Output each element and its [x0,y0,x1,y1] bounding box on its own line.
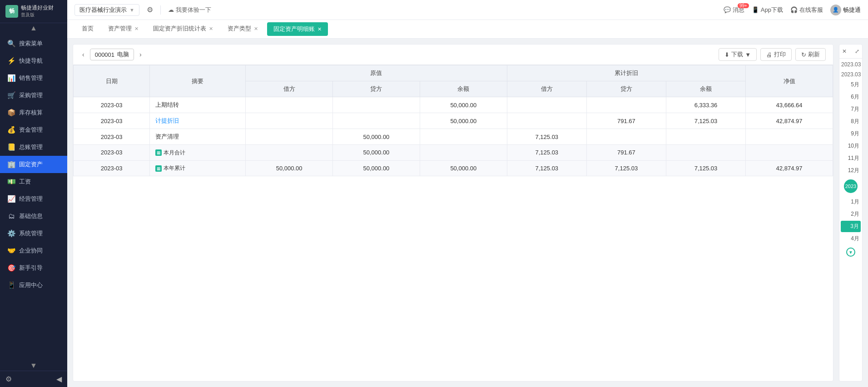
tab-home[interactable]: 首页 [74,20,101,38]
month-item-4[interactable]: 4月 [839,233,862,245]
refresh-btn[interactable]: ↻ 刷新 [795,48,826,61]
operations-icon: 📈 [7,195,15,203]
sidebar-scroll-down[interactable]: ▼ [0,361,67,371]
month-item-2[interactable]: 2月 [839,208,862,220]
baseinfo-icon: 🗂 [7,212,15,220]
topbar-divider [160,5,161,15]
month-item-1[interactable]: 1月 [839,196,862,208]
topbar-settings-icon[interactable]: ⚙ [147,5,153,14]
print-btn[interactable]: 🖨 打印 [760,48,792,61]
sidebar-item-label: 资金管理 [19,126,43,134]
td-net-value [746,129,833,145]
sidebar-item-purchase[interactable]: 🛒 采购管理 [0,87,67,104]
tab-asset-type[interactable]: 资产类型 ✕ [220,20,265,38]
close-right-panel-icon[interactable]: ✕ [841,47,848,55]
app-download-btn[interactable]: 📱 App下载 [752,6,783,14]
print-label: 打印 [774,50,786,59]
sidebar-scroll-up[interactable]: ▲ [0,23,67,33]
month-item-7[interactable]: 7月 [839,103,862,115]
th-accumulated-dep: 累计折旧 [507,65,745,81]
collapse-sidebar-icon[interactable]: ◀ [56,375,62,383]
sidebar-item-system[interactable]: ⚙️ 系统管理 [0,225,67,242]
year-top-label2: 2023.03 [839,69,862,79]
tab-asset-mgmt[interactable]: 资产管理 ✕ [101,20,146,38]
th-net-value: 净值 [746,65,833,97]
year-circle-2023[interactable]: 2023 [844,179,858,193]
inventory-icon: 📦 [7,109,15,117]
company-name: 医疗器械行业演示 [79,6,127,14]
td-summary: ▦ 本年累计 [150,160,246,176]
sidebar-item-enterprise[interactable]: 🤝 企业协同 [0,242,67,259]
customer-service-btn[interactable]: 🎧 在线客服 [790,6,823,14]
fixedassets-icon: 🏢 [7,160,15,169]
sidebar-item-label: 工资 [19,178,31,186]
td-acc-credit: 7,125.03 [586,160,666,176]
sidebar-item-label: 应用中心 [19,281,43,289]
sidebar-item-quicknav[interactable]: ⚡ 快捷导航 [0,52,67,69]
month-item-11[interactable]: 11月 [839,152,862,164]
company-selector[interactable]: 医疗器械行业演示 ▼ [74,4,139,16]
sidebar-item-ledger[interactable]: 📒 总账管理 [0,139,67,156]
sidebar-item-label: 库存核算 [19,109,43,117]
td-acc-credit: 791.67 [586,113,666,129]
refresh-label: 刷新 [808,50,820,59]
sidebar-item-label: 固定资产 [19,160,43,169]
month-item-9[interactable]: 9月 [839,128,862,140]
th-acc-balance: 余额 [666,81,745,97]
sidebar-item-label: 销售管理 [19,74,43,82]
sidebar-item-label: 企业协同 [19,247,43,255]
month-item-8[interactable]: 8月 [839,115,862,128]
experience-btn[interactable]: ☁ 我要体验一下 [168,6,211,14]
search-icon: 🔍 [7,40,15,48]
td-net-value [746,145,833,161]
month-item-5[interactable]: 5月 [839,79,862,91]
sidebar-item-label: 新手引导 [19,264,43,272]
next-asset-btn[interactable]: › [138,50,144,59]
tab-depreciation-stat-close[interactable]: ✕ [209,26,213,32]
sidebar-item-appcenter[interactable]: 📱 应用中心 [0,277,67,294]
notifications-btn[interactable]: 💬 消息 99+ [724,6,744,14]
tab-asset-detail[interactable]: 固定资产明细账 ✕ [267,22,328,36]
sidebar-item-salary[interactable]: 💵 工资 [0,173,67,190]
th-acc-credit: 贷方 [586,81,666,97]
topbar: 医疗器械行业演示 ▼ ⚙ ☁ 我要体验一下 💬 消息 99+ 📱 App下载 🎧… [67,0,868,20]
download-label: 下载 [731,50,743,59]
download-btn[interactable]: ⬇ 下载 ▼ [719,48,757,61]
month-item-10[interactable]: 10月 [839,140,862,152]
td-summary-link[interactable]: 计提折旧 [150,113,246,129]
tab-asset-mgmt-close[interactable]: ✕ [134,26,139,32]
enterprise-icon: 🤝 [7,247,15,255]
td-orig-debit [246,97,333,113]
topbar-right: 💬 消息 99+ 📱 App下载 🎧 在线客服 👤 畅捷通 [724,5,861,15]
sidebar-item-inventory[interactable]: 📦 库存核算 [0,104,67,121]
prev-asset-btn[interactable]: ‹ [80,50,86,59]
tab-asset-type-close[interactable]: ✕ [254,26,258,32]
sidebar-item-sales[interactable]: 📊 销售管理 [0,69,67,87]
td-orig-balance: 50,000.00 [420,97,507,113]
month-item-6[interactable]: 6月 [839,91,862,103]
sidebar-logo: 畅 畅捷通好业财 普及版 [0,0,67,23]
sidebar-item-baseinfo[interactable]: 🗂 基础信息 [0,208,67,225]
tab-asset-mgmt-label: 资产管理 [108,25,132,33]
tab-home-label: 首页 [82,25,94,33]
sidebar-item-search[interactable]: 🔍 搜索菜单 [0,35,67,52]
expand-right-panel-icon[interactable]: ⤢ [854,47,860,55]
td-date: 2023-03 [74,113,150,129]
month-list: 2023.03 2023.03 5月 6月 7月 8月 9月 10月 11月 1… [839,59,862,381]
sidebar-item-operations[interactable]: 📈 经营管理 [0,190,67,208]
sidebar-item-guide[interactable]: 🎯 新手引导 [0,259,67,277]
th-summary: 摘要 [150,65,246,97]
sidebar-item-fixedassets[interactable]: 🏢 固定资产 [0,156,67,173]
td-acc-credit [586,129,666,145]
sidebar-item-capital[interactable]: 💰 资金管理 [0,121,67,139]
month-item-3-active[interactable]: 3月 [841,221,861,232]
tab-asset-detail-close[interactable]: ✕ [317,26,322,32]
tab-depreciation-stat[interactable]: 固定资产折旧统计表 ✕ [146,20,220,38]
sidebar: 畅 畅捷通好业财 普及版 ▲ 🔍 搜索菜单 ⚡ 快捷导航 📊 销售管理 🛒 采购… [0,0,67,387]
print-icon: 🖨 [766,51,772,58]
month-item-12[interactable]: 12月 [839,164,862,177]
expand-months-icon[interactable]: ▼ [846,248,855,257]
settings-bottom-icon[interactable]: ⚙ [5,375,12,383]
user-menu[interactable]: 👤 畅捷通 [830,5,861,15]
logo-name: 畅捷通好业财 [21,5,54,12]
